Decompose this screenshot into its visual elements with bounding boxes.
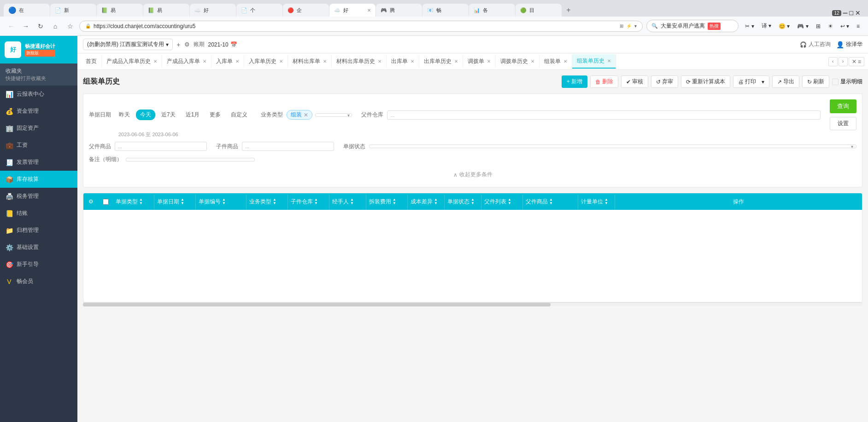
nav-tab-finished-history-close[interactable]: ✕: [153, 59, 157, 64]
settings-gear-btn[interactable]: ⚙: [184, 41, 190, 48]
export-action-btn[interactable]: ↗ 导出: [772, 75, 799, 88]
nav-tab-assembly-history[interactable]: 组装单历史 ✕: [572, 54, 616, 69]
tab-close-8[interactable]: ✕: [367, 8, 371, 13]
nav-tab-material-out-history-close[interactable]: ✕: [378, 59, 381, 64]
sidebar-item-inventory[interactable]: 📦 库存核算: [0, 171, 77, 188]
th-checkbox[interactable]: [98, 199, 113, 205]
sidebar-item-invoice[interactable]: 🧾 发票管理: [0, 154, 77, 171]
browser-tab-2[interactable]: 📄 新: [50, 4, 96, 17]
nav-tab-material-out-close[interactable]: ✕: [323, 59, 327, 64]
nav-tab-inbound-history[interactable]: 入库单历史 ✕: [244, 55, 288, 68]
abandon-action-btn[interactable]: ↺ 弃审: [651, 75, 678, 88]
display-detail-toggle[interactable]: 显示明细: [832, 78, 862, 86]
nav-tab-inbound-history-close[interactable]: ✕: [279, 59, 283, 64]
parent-goods-input[interactable]: ...: [115, 142, 207, 151]
th-settings[interactable]: ⚙: [83, 198, 98, 205]
date-btn-today[interactable]: 今天: [136, 110, 155, 120]
recalculate-action-btn[interactable]: ⟳ 重新计算成本: [681, 75, 730, 88]
browser-tab-10[interactable]: 📧 畅: [422, 4, 469, 17]
audit-action-btn[interactable]: ✔ 审核: [621, 75, 648, 88]
lightning-icon[interactable]: ⚡: [626, 23, 632, 29]
nav-tabs-prev[interactable]: ‹: [828, 57, 838, 66]
nav-tab-assembly-history-close[interactable]: ✕: [607, 58, 611, 64]
browser-tab-3[interactable]: 📗 易: [97, 4, 143, 17]
browser-search-box[interactable]: 🔍 大量安卓用户逃离 热搜: [646, 20, 739, 32]
remarks-input[interactable]: [126, 158, 255, 162]
date-btn-more[interactable]: 更多: [205, 110, 225, 120]
sidebar-item-closing[interactable]: 📒 结账: [0, 205, 77, 222]
sidebar-item-guide[interactable]: 🎯 新手引导: [0, 256, 77, 273]
biz-type-dropdown[interactable]: ▾: [315, 113, 352, 117]
display-detail-checkbox[interactable]: [832, 79, 839, 85]
sidebar-item-archive[interactable]: 📁 归档管理: [0, 222, 77, 239]
nav-tab-material-out-history[interactable]: 材料出库单历史 ✕: [332, 55, 387, 68]
sidebar-item-salary[interactable]: 💼 工资: [0, 137, 77, 154]
nav-tab-finished-history[interactable]: 产成品入库单历史 ✕: [102, 55, 162, 68]
nav-tab-outbound-history[interactable]: 出库单历史 ✕: [419, 55, 463, 68]
date-btn-1month[interactable]: 近1月: [182, 110, 204, 120]
qr-code-icon[interactable]: ⊞: [620, 23, 623, 29]
browser-tab-5[interactable]: ☁️ 好: [190, 4, 236, 17]
cut-tool-btn[interactable]: ✂ ▾: [742, 22, 757, 31]
th-doc-no[interactable]: 单据编号 ▲▼: [196, 194, 246, 209]
delete-action-btn[interactable]: 🗑 删除: [590, 75, 618, 88]
browser-tab-11[interactable]: 📊 各: [469, 4, 515, 17]
nav-tab-outbound-history-close[interactable]: ✕: [454, 59, 458, 64]
add-company-btn[interactable]: +: [176, 41, 180, 48]
sidebar-item-member[interactable]: V 畅会员: [0, 273, 77, 290]
nav-tab-outbound-close[interactable]: ✕: [411, 59, 414, 64]
browser-tab-7[interactable]: 🔴 企: [283, 4, 329, 17]
sidebar-item-settings[interactable]: ⚙️ 基础设置: [0, 239, 77, 256]
child-goods-input[interactable]: ...: [242, 142, 334, 151]
sidebar-favorites[interactable]: 收藏夹 快捷键打开收藏夹: [0, 64, 77, 86]
query-button[interactable]: 查询: [830, 99, 856, 113]
browser-tab-8[interactable]: ☁️ 好 ✕: [329, 4, 375, 17]
sun-btn[interactable]: ☀: [825, 22, 836, 31]
th-parent-list[interactable]: 父件列表 ▲▼: [481, 194, 523, 209]
nav-tab-finished-close[interactable]: ✕: [203, 59, 206, 64]
parent-warehouse-input[interactable]: ...: [387, 110, 821, 120]
nav-tab-transfer-history-close[interactable]: ✕: [531, 59, 534, 64]
game-btn[interactable]: 🎮 ▾: [794, 22, 811, 31]
nav-tab-transfer[interactable]: 调拨单 ✕: [463, 55, 496, 68]
filter-settings-button[interactable]: 设置: [830, 117, 856, 130]
th-cost-diff[interactable]: 成本差异 ▲▼: [408, 194, 445, 209]
browser-tab-12[interactable]: 🟢 目: [516, 4, 562, 17]
nav-tab-transfer-close[interactable]: ✕: [487, 59, 491, 64]
print-action-btn[interactable]: 🖨 打印 ▾: [733, 75, 769, 88]
th-doc-type[interactable]: 单据类型 ▲▼: [113, 194, 154, 209]
sidebar-item-reports[interactable]: 📊 云报表中心: [0, 86, 77, 103]
browser-tab-1[interactable]: 🔵 在: [4, 4, 50, 17]
nav-tab-assembly-close[interactable]: ✕: [563, 59, 567, 64]
browser-tab-6[interactable]: 📄 个: [236, 4, 282, 17]
scrollbar-thumb[interactable]: [83, 303, 551, 306]
nav-tab-inbound-close[interactable]: ✕: [235, 59, 239, 64]
period-selector[interactable]: 2021-10 📅: [208, 41, 237, 48]
th-doc-date[interactable]: 单据日期 ▲▼: [154, 194, 196, 209]
refresh-browser-button[interactable]: ↻: [35, 21, 46, 32]
minimize-button[interactable]: ─: [843, 9, 848, 17]
nav-tabs-next[interactable]: ›: [839, 57, 848, 66]
browser-tab-4[interactable]: 📗 易: [143, 4, 189, 17]
date-btn-custom[interactable]: 自定义: [227, 110, 252, 120]
biz-type-tag-close[interactable]: ✕: [304, 112, 308, 118]
th-biz-type[interactable]: 业务类型 ▲▼: [246, 194, 288, 209]
forward-button[interactable]: →: [20, 21, 31, 32]
bookmark-button[interactable]: ☆: [65, 21, 76, 32]
company-selector[interactable]: (勿删勿禁用) 江西服宝测试专用 ▾: [83, 39, 173, 50]
back-button[interactable]: ←: [6, 21, 17, 32]
translate-btn[interactable]: 译 ▾: [759, 21, 774, 31]
menu-btn[interactable]: ≡: [854, 22, 862, 31]
th-child-warehouse[interactable]: 子件仓库 ▲▼: [288, 194, 329, 209]
nav-tab-outbound[interactable]: 出库单 ✕: [387, 55, 419, 68]
doc-status-select[interactable]: ▾: [369, 145, 856, 148]
th-doc-status[interactable]: 单据状态 ▲▼: [445, 194, 481, 209]
grid-btn[interactable]: ⊞: [813, 22, 823, 31]
address-dropdown-icon[interactable]: ▾: [634, 23, 637, 29]
th-disassembly-cost[interactable]: 拆装费用 ▲▼: [366, 194, 408, 209]
nav-tab-finished[interactable]: 产成品入库单 ✕: [162, 55, 211, 68]
th-unit[interactable]: 计量单位 ▲▼: [578, 194, 615, 209]
new-action-btn[interactable]: + 新增: [562, 75, 587, 88]
parent-goods-more-dots[interactable]: ...: [118, 144, 122, 149]
nav-tab-assembly[interactable]: 组装单 ✕: [540, 55, 572, 68]
